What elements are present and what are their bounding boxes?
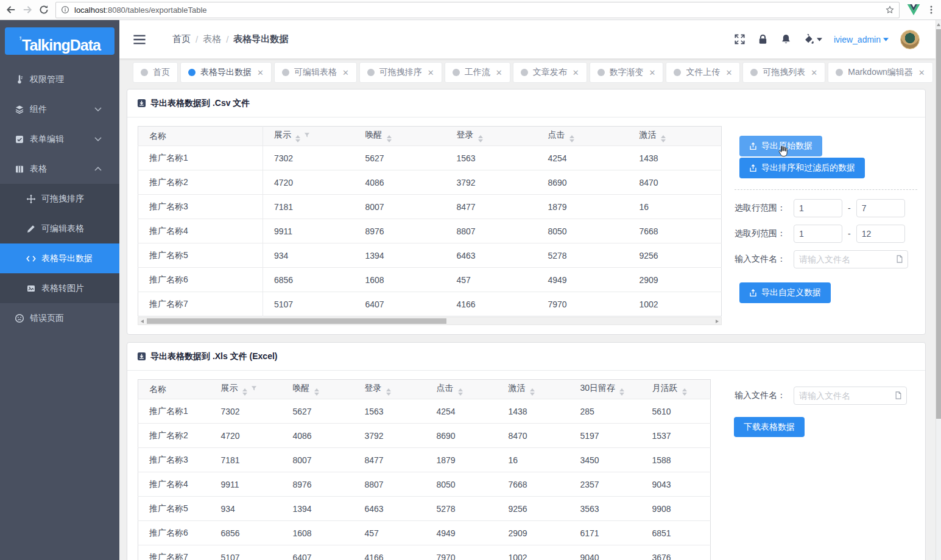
export-sorted-filtered-button[interactable]: 导出排序和过滤后的数据 — [739, 158, 865, 178]
fullscreen-icon[interactable] — [734, 33, 745, 45]
table-cell: 1563 — [446, 146, 537, 170]
export-raw-button[interactable]: 导出原始数据 — [739, 136, 822, 156]
tab-dot-icon — [188, 69, 196, 76]
close-icon[interactable]: ✕ — [257, 69, 264, 77]
breadcrumb-item[interactable]: 表格 — [203, 33, 221, 45]
sidebar-item[interactable]: 可拖拽排序 — [0, 184, 119, 214]
table-cell: 5627 — [282, 399, 354, 424]
scroll-left-icon[interactable] — [141, 320, 144, 323]
table-horizontal-scrollbar[interactable] — [138, 317, 722, 325]
tab-item[interactable]: 可编辑表格✕ — [274, 62, 357, 83]
back-icon[interactable] — [5, 4, 16, 15]
close-icon[interactable]: ✕ — [573, 69, 579, 77]
tab-item[interactable]: 工作流✕ — [445, 62, 510, 83]
filter-icon[interactable] — [304, 132, 310, 138]
scroll-right-icon[interactable] — [716, 320, 719, 323]
tab-label: 文件上传 — [686, 67, 720, 78]
sidebar-item-active[interactable]: 表格导出数据 — [0, 243, 119, 273]
table-cell: 4166 — [446, 292, 537, 317]
close-icon[interactable]: ✕ — [725, 69, 732, 77]
field-label: 输入文件名： — [735, 254, 794, 265]
info-icon[interactable] — [61, 5, 69, 14]
sort-caret-icon[interactable] — [387, 135, 392, 142]
bookmark-star-icon[interactable] — [886, 5, 894, 14]
col-range-from-input[interactable] — [794, 225, 842, 243]
column-header: 登录 — [354, 380, 426, 399]
field-label: 选取列范围： — [735, 228, 794, 239]
forward-icon[interactable] — [22, 4, 33, 15]
vue-devtools-icon[interactable] — [907, 4, 920, 16]
close-icon[interactable]: ✕ — [811, 69, 817, 77]
lock-icon[interactable] — [757, 33, 769, 45]
sort-caret-icon[interactable] — [314, 388, 319, 396]
table-cell: 4949 — [426, 521, 498, 545]
url-path: :8080/tables/exportableTable — [105, 5, 206, 15]
table-cell: 5278 — [537, 243, 629, 268]
col-range-to-input[interactable] — [856, 225, 905, 243]
sort-caret-icon[interactable] — [242, 388, 247, 396]
browser-menu-icon[interactable] — [926, 5, 936, 15]
table-cell: 8050 — [537, 219, 629, 243]
tab-item[interactable]: 数字渐变✕ — [590, 62, 664, 83]
page: localhost:8080/tables/exportableTable ’T… — [0, 0, 941, 560]
row-range-from-input[interactable] — [794, 199, 842, 217]
sort-caret-icon[interactable] — [530, 388, 535, 396]
table-cell: 6856 — [263, 268, 354, 292]
tab-item[interactable]: 文章发布✕ — [513, 62, 587, 83]
close-icon[interactable]: ✕ — [428, 69, 434, 77]
address-bar[interactable]: localhost:8080/tables/exportableTable — [55, 2, 900, 18]
hamburger-menu-icon[interactable] — [133, 35, 146, 44]
tab-item[interactable]: 可拖拽列表✕ — [742, 62, 825, 83]
download-square-icon — [137, 99, 146, 108]
table-cell: 1002 — [498, 545, 569, 560]
sort-caret-icon[interactable] — [661, 135, 666, 142]
scrollbar-thumb[interactable] — [936, 29, 941, 419]
tab-active[interactable]: 表格导出数据✕ — [180, 62, 272, 83]
table-cell: 4086 — [282, 424, 354, 448]
column-label: 30日留存 — [580, 383, 616, 393]
sort-caret-icon[interactable] — [458, 388, 463, 396]
download-table-button[interactable]: 下载表格数据 — [734, 417, 805, 437]
sort-caret-icon[interactable] — [619, 388, 624, 396]
sidebar-item[interactable]: 表格转图片 — [0, 273, 119, 303]
sort-caret-icon[interactable] — [295, 135, 300, 142]
sort-caret-icon[interactable] — [478, 135, 483, 142]
file-icon — [895, 391, 902, 400]
row-range-to-input[interactable] — [856, 199, 905, 217]
close-icon[interactable]: ✕ — [496, 69, 502, 77]
sidebar-item[interactable]: 组件 — [0, 94, 119, 124]
scroll-up-icon[interactable] — [937, 23, 940, 26]
tab-item[interactable]: 文件上传✕ — [666, 62, 740, 83]
sort-caret-icon[interactable] — [386, 388, 391, 396]
scrollbar-thumb[interactable] — [147, 318, 446, 324]
close-icon[interactable]: ✕ — [918, 69, 925, 77]
avatar[interactable] — [900, 30, 920, 49]
xls-table-container: 名称展示唤醒登录点击激活30日留存月活跃推广名称1730256271563425… — [138, 379, 711, 560]
logo-tick: ’ — [19, 35, 21, 47]
export-custom-button[interactable]: 导出自定义数据 — [739, 282, 831, 303]
sort-caret-icon[interactable] — [682, 388, 687, 396]
close-icon[interactable]: ✕ — [649, 69, 656, 77]
user-dropdown[interactable]: iview_admin — [834, 35, 889, 44]
sort-caret-icon[interactable] — [569, 135, 574, 142]
tab-item[interactable]: 可拖拽排序✕ — [359, 62, 442, 83]
close-icon[interactable]: ✕ — [342, 69, 349, 77]
reload-icon[interactable] — [38, 4, 49, 15]
sidebar-item[interactable]: 错误页面 — [0, 303, 119, 333]
tab-item[interactable]: Markdown编辑器✕ — [828, 62, 933, 83]
breadcrumb-item[interactable]: 首页 — [172, 33, 191, 45]
tab-label: 首页 — [153, 67, 170, 78]
sidebar-item[interactable]: 可编辑表格 — [0, 214, 119, 243]
sidebar-item[interactable]: 表格 — [0, 154, 119, 184]
table-cell: 7970 — [426, 545, 498, 560]
sidebar-item[interactable]: 权限管理 — [0, 65, 119, 94]
tab-item[interactable]: 首页 — [133, 62, 178, 83]
xls-filename-input[interactable] — [794, 387, 907, 405]
sidebar-item[interactable]: 表单编辑 — [0, 124, 119, 154]
theme-switch[interactable] — [803, 33, 822, 45]
filter-icon[interactable] — [251, 385, 257, 391]
bell-icon[interactable] — [780, 33, 792, 45]
page-vertical-scrollbar[interactable] — [936, 20, 941, 560]
csv-filename-input[interactable] — [794, 250, 908, 268]
table-cell: 1879 — [537, 195, 629, 219]
